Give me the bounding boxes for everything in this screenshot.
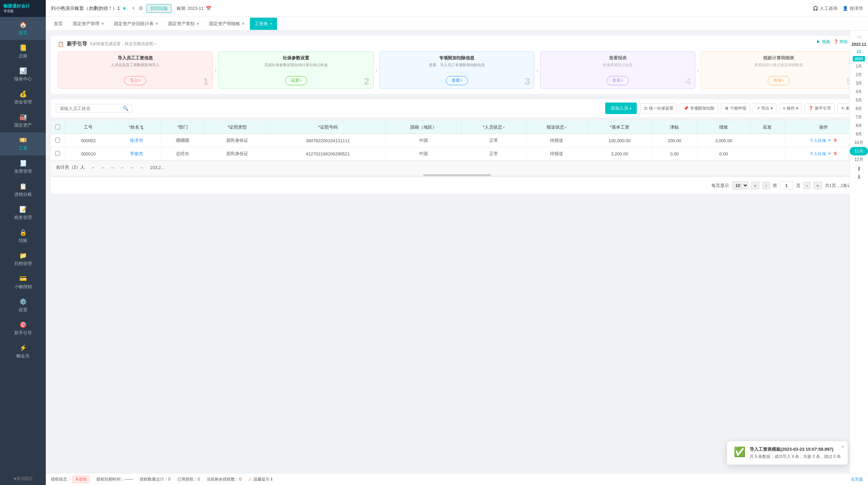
add-account-btn[interactable]: + [132, 5, 135, 12]
prev-page-btn[interactable]: ‹ [762, 182, 770, 189]
operations-btn[interactable]: ≡ 操作 ▾ [779, 103, 802, 114]
row1-edit-btn[interactable]: ✏ [828, 138, 831, 144]
ops-icon: ≡ [783, 106, 785, 111]
row2-delete-btn[interactable]: 🗑 [833, 151, 837, 157]
new-guide-btn[interactable]: ❓ 新手引导 [805, 103, 835, 114]
topbar: 刘小艳演示账套（勿删勿动！）1 ▼ + ⚙ 切到旧版 账期 2023-11 📅 … [46, 0, 868, 17]
step5-title: 税款计算明细表 [763, 55, 794, 61]
page-input[interactable] [780, 182, 793, 189]
sidebar-item-member[interactable]: ⚡ 畅会员 [0, 340, 46, 363]
calendar-apr[interactable]: 4月 [850, 88, 868, 96]
sidebar-item-purchase[interactable]: 📋 进销台账 [0, 179, 46, 202]
tab-fixed-assets-close[interactable]: × [101, 21, 104, 26]
calendar-may[interactable]: 5月 [850, 96, 868, 105]
status-filter[interactable]: *人员状态 ▾ [483, 124, 505, 130]
sidebar-item-close[interactable]: 🔒 结账 [0, 225, 46, 248]
account-dropdown-icon[interactable]: ▼ [122, 6, 127, 11]
sidebar-item-expense[interactable]: 💳 小畅报销 [0, 271, 46, 294]
select-all-checkbox[interactable] [55, 125, 60, 129]
topup-link[interactable]: 去充值 [851, 477, 863, 482]
calendar-icon[interactable]: 📅 [206, 6, 211, 11]
step1-btn[interactable]: 导入> [124, 76, 146, 85]
settings-btn[interactable]: ⚙ [138, 5, 143, 12]
last-page-btn[interactable]: » [813, 182, 822, 189]
tax-apply-btn[interactable]: 🖥 个税申报 [721, 103, 750, 114]
emp-name-link-1[interactable]: 徐泽华 [130, 138, 143, 143]
report-status-filter[interactable]: 报送状态 ▾ [547, 124, 567, 130]
next-page-btn[interactable]: › [803, 182, 811, 189]
row1-social-link[interactable]: 个人社保 [810, 138, 826, 144]
tab-fixed-detail-close[interactable]: × [242, 21, 244, 26]
th-emp-no: 工号 [64, 121, 112, 134]
calendar-dec-above[interactable]: 12 [850, 48, 868, 55]
tab-fixed-assets[interactable]: 固定资产管理 × [68, 18, 108, 30]
export-icon: ↗ [756, 106, 760, 111]
sidebar-item-tax[interactable]: 📝 税务管理 [0, 202, 46, 225]
unfix-btn[interactable]: ◄取消固定 [0, 472, 46, 485]
step4-btn[interactable]: 查看> [607, 76, 629, 85]
calendar-jul[interactable]: 7月 [850, 113, 868, 122]
row2-social-link[interactable]: 个人社保 [810, 151, 826, 157]
calendar-mar[interactable]: 3月 [850, 79, 868, 88]
panel-down-icon[interactable]: ⬇ [857, 174, 861, 180]
calendar-oct[interactable]: 10月 [850, 138, 868, 147]
special-deduction-btn[interactable]: 📌 专项附加扣除 [680, 103, 718, 114]
tab-depreciation-close[interactable]: × [156, 21, 158, 26]
export-btn[interactable]: ↗ 导出 ▾ [753, 103, 776, 114]
footer-dash-5: -- [131, 165, 134, 170]
step4-title: 查看报表 [609, 55, 627, 61]
sidebar-item-wizard[interactable]: 🎯 新手引导 [0, 317, 46, 340]
row1-delete-btn[interactable]: 🗑 [833, 138, 837, 144]
name-sort[interactable]: *姓名 ⇅ [129, 124, 144, 130]
search-input[interactable] [60, 106, 121, 111]
sidebar-item-ledger[interactable]: 📒 总账 [0, 40, 46, 63]
panel-up-icon[interactable]: ⬆ [857, 166, 861, 172]
calendar-dec[interactable]: 12月 [850, 155, 868, 164]
wizard-subtitle: 5步快速完成设置，快去完善信息吧～ [90, 41, 157, 47]
wizard-help-link[interactable]: ❓ 帮助 [833, 39, 848, 45]
tab-payroll-close[interactable]: × [270, 21, 272, 26]
tab-fixed-type-close[interactable]: × [197, 21, 199, 26]
row1-checkbox[interactable] [55, 138, 60, 143]
sidebar-item-home[interactable]: 🏠 首页 [0, 17, 46, 40]
step3-btn[interactable]: 查看> [446, 76, 468, 85]
user-info[interactable]: 👤 徐泽华 [843, 5, 863, 12]
calendar-jun[interactable]: 6月 [850, 105, 868, 113]
wizard-help-links: ▶ 视频 ❓ 帮助 [816, 39, 848, 45]
tab-payroll-table[interactable]: 工资表 × [250, 18, 277, 30]
calendar-aug[interactable]: 8月 [850, 122, 868, 130]
service-btn[interactable]: 🎧 人工咨询 [813, 5, 837, 12]
panel-toggle-btn[interactable]: ◁ [855, 32, 863, 41]
step2-btn[interactable]: 设置> [285, 76, 307, 85]
sidebar-item-invoice[interactable]: 🧾 发票管理 [0, 155, 46, 179]
sidebar-item-funds[interactable]: 💰 资金管理 [0, 86, 46, 109]
member-icon: ⚡ [19, 344, 27, 352]
tab-fixed-detail[interactable]: 固定资产明细账 × [204, 18, 249, 30]
add-person-btn[interactable]: 添加人员 ▾ [605, 102, 637, 114]
row2-edit-btn[interactable]: ✏ [828, 151, 831, 157]
archive-icon: 📁 [19, 252, 27, 259]
footer-dash-2: -- [101, 165, 104, 170]
emp-name-link-2[interactable]: 李俊杰 [130, 151, 143, 156]
wizard-video-link[interactable]: ▶ 视频 [816, 39, 830, 45]
tab-home[interactable]: 首页 [49, 18, 67, 30]
toast-close-btn[interactable]: × [841, 444, 844, 450]
row2-checkbox[interactable] [55, 151, 60, 156]
step5-btn[interactable]: 查看> [768, 76, 790, 85]
first-page-btn[interactable]: « [751, 182, 760, 189]
per-page-select[interactable]: 10 20 50 [732, 181, 748, 190]
tab-fixed-type[interactable]: 固定资产类别 × [163, 18, 204, 30]
sidebar-item-assets[interactable]: 🏭 固定资产 [0, 109, 46, 132]
sidebar-item-payroll[interactable]: 💴 工资 [0, 132, 46, 155]
ledger-icon: 📒 [19, 44, 27, 52]
calendar-jan[interactable]: 1月 [850, 62, 868, 71]
calendar-nov[interactable]: 11月 [850, 147, 868, 155]
sidebar-item-settings[interactable]: ⚙️ 设置 [0, 294, 46, 317]
version-toggle-btn[interactable]: 切到旧版 [146, 4, 172, 13]
calendar-sep[interactable]: 9月 [850, 130, 868, 138]
sidebar-item-archive[interactable]: 📁 归档管理 [0, 248, 46, 271]
calendar-feb[interactable]: 2月 [850, 71, 868, 79]
social-insurance-btn[interactable]: ⚖ 统一社保设置 [640, 103, 677, 114]
tab-depreciation[interactable]: 固定资产折旧统计表 × [109, 18, 163, 30]
sidebar-item-reports[interactable]: 📊 报表中心 [0, 63, 46, 86]
